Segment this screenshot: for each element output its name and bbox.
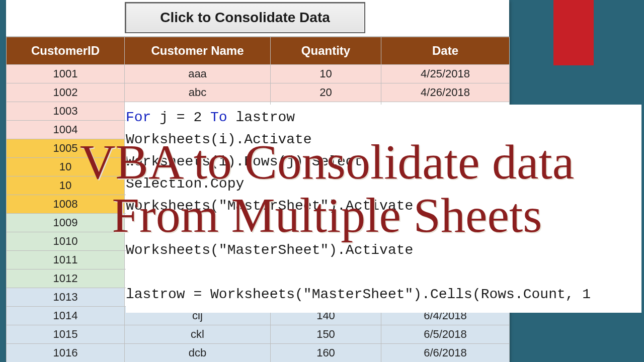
consolidate-button[interactable]: Click to Consolidate Data: [125, 2, 365, 33]
code-line: Worksheets("MasterSheet").Activate: [126, 242, 413, 258]
code-kw-for: For: [126, 110, 151, 125]
col-header-customer-name[interactable]: Customer Name: [125, 37, 271, 65]
table-row[interactable]: 1015ckl1506/5/2018: [7, 325, 510, 344]
button-row: Click to Consolidate Data: [6, 0, 509, 37]
cell-customer-id[interactable]: 1004: [7, 121, 125, 139]
cell-quantity[interactable]: 160: [271, 344, 381, 363]
table-header-row: CustomerID Customer Name Quantity Date: [7, 37, 510, 65]
cell-customer-name[interactable]: dcb: [125, 344, 271, 363]
cell-customer-id[interactable]: 1013: [7, 288, 125, 307]
cell-customer-id[interactable]: 1010: [7, 232, 125, 251]
table-row[interactable]: 1001aaa104/25/2018: [7, 65, 510, 83]
cell-customer-id[interactable]: 1012: [7, 269, 125, 288]
cell-customer-id[interactable]: 10: [7, 158, 125, 176]
cell-customer-id[interactable]: 1016: [7, 344, 125, 363]
cell-customer-name[interactable]: aaa: [125, 65, 271, 83]
code-line: lastrow = Worksheets("MasterSheet").Cell…: [126, 287, 591, 302]
cell-customer-name[interactable]: abc: [125, 83, 271, 102]
cell-quantity[interactable]: 20: [271, 83, 381, 102]
cell-customer-id[interactable]: 1011: [7, 251, 125, 269]
cell-date[interactable]: 6/6/2018: [381, 344, 510, 363]
code-kw-to: To: [210, 110, 227, 125]
cell-customer-id[interactable]: 1008: [7, 195, 125, 214]
cell-customer-id[interactable]: 10: [7, 176, 125, 195]
code-line: Worksheets("MasterSheet").Activate: [126, 198, 413, 214]
code-line: Worksheets(i).Activate: [126, 132, 312, 147]
code-text: lastrow: [227, 110, 295, 125]
table-row[interactable]: 1016dcb1606/6/2018: [7, 344, 510, 363]
code-text: j = 2: [151, 110, 210, 125]
cell-date[interactable]: 4/26/2018: [381, 83, 510, 102]
cell-customer-name[interactable]: ckl: [125, 325, 271, 344]
cell-customer-id[interactable]: 1001: [7, 65, 125, 83]
accent-bar: [553, 0, 594, 65]
code-line: Selection.Copy: [126, 176, 244, 192]
code-line: Worksheets(i).Rows(j).Select: [126, 154, 362, 169]
cell-customer-id[interactable]: 1003: [7, 102, 125, 121]
col-header-quantity[interactable]: Quantity: [271, 37, 381, 65]
cell-customer-id[interactable]: 1015: [7, 325, 125, 344]
cell-customer-id[interactable]: 1014: [7, 307, 125, 325]
col-header-date[interactable]: Date: [381, 37, 510, 65]
col-header-customer-id[interactable]: CustomerID: [7, 37, 125, 65]
cell-quantity[interactable]: 150: [271, 325, 381, 344]
cell-quantity[interactable]: 10: [271, 65, 381, 83]
cell-customer-id[interactable]: 1009: [7, 214, 125, 232]
code-panel: For j = 2 To lastrow Worksheets(i).Activ…: [126, 105, 641, 313]
cell-customer-id[interactable]: 1002: [7, 83, 125, 102]
cell-date[interactable]: 6/5/2018: [381, 325, 510, 344]
cell-date[interactable]: 4/25/2018: [381, 65, 510, 83]
cell-customer-id[interactable]: 1005: [7, 139, 125, 158]
table-row[interactable]: 1002abc204/26/2018: [7, 83, 510, 102]
